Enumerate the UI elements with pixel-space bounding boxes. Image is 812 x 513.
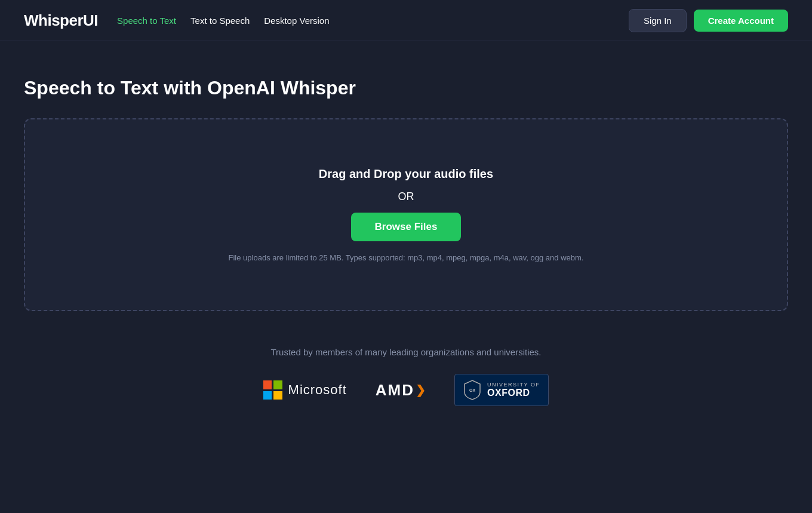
ms-red-square (263, 380, 272, 389)
microsoft-logo: Microsoft (263, 380, 347, 400)
main-nav: Speech to Text Text to Speech Desktop Ve… (117, 16, 329, 26)
main-content: Speech to Text with OpenAI Whisper Drag … (0, 41, 812, 430)
trust-text: Trusted by members of many leading organ… (24, 347, 788, 357)
oxford-logo: OX UNIVERSITY OF OXFORD (454, 374, 549, 406)
logos-row: Microsoft AMD ❯ OX UNIVERSITY OF OXFORD (24, 374, 788, 406)
ms-blue-square (263, 391, 272, 400)
drop-zone[interactable]: Drag and Drop your audio files OR Browse… (24, 118, 788, 311)
header-right: Sign In Create Account (629, 9, 788, 32)
oxford-text-block: UNIVERSITY OF OXFORD (487, 382, 540, 398)
create-account-button[interactable]: Create Account (694, 10, 788, 32)
or-text: OR (398, 191, 414, 203)
signin-button[interactable]: Sign In (629, 9, 687, 32)
amd-logo: AMD ❯ (376, 381, 426, 400)
nav-speech-to-text[interactable]: Speech to Text (117, 16, 176, 26)
ms-yellow-square (273, 391, 282, 400)
browse-files-button[interactable]: Browse Files (351, 213, 462, 241)
file-info-text: File uploads are limited to 25 MB. Types… (229, 253, 584, 262)
amd-arrow-icon: ❯ (416, 383, 426, 397)
drag-drop-text: Drag and Drop your audio files (319, 167, 493, 181)
trust-section: Trusted by members of many leading organ… (24, 347, 788, 406)
nav-desktop-version[interactable]: Desktop Version (264, 16, 329, 26)
ms-green-square (273, 380, 282, 389)
app-logo: WhisperUI (24, 11, 98, 30)
page-title: Speech to Text with OpenAI Whisper (24, 77, 788, 99)
oxford-name-label: OXFORD (487, 388, 530, 398)
header: WhisperUI Speech to Text Text to Speech … (0, 0, 812, 41)
nav-text-to-speech[interactable]: Text to Speech (190, 16, 250, 26)
amd-text: AMD (376, 381, 414, 400)
microsoft-text: Microsoft (288, 382, 347, 398)
oxford-university-label: UNIVERSITY OF (487, 382, 540, 388)
svg-text:OX: OX (469, 388, 475, 392)
header-left: WhisperUI Speech to Text Text to Speech … (24, 11, 330, 30)
microsoft-grid-icon (263, 380, 282, 400)
oxford-shield-icon: OX (463, 379, 481, 401)
